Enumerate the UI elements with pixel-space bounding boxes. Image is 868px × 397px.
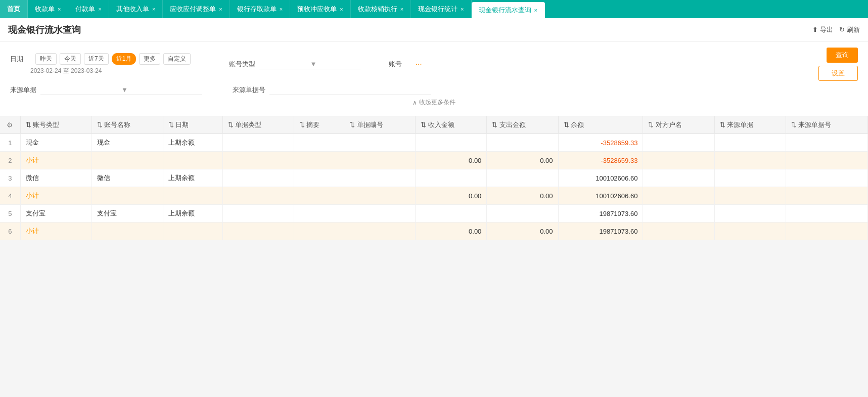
- filter-row-2: 来源单据 ▼ 来源单据号: [10, 85, 858, 95]
- data-table: ⚙ ⇅ 账号类型 ⇅ 账号名称 ⇅ 日期 ⇅ 单据类型 ⇅ 摘要: [0, 116, 868, 240]
- cell-source-doc-no: [786, 169, 867, 187]
- cell-income: [416, 134, 487, 152]
- settings-button[interactable]: 设置: [818, 66, 858, 81]
- nav-ar-ap-adjust[interactable]: 应收应付调整单 ×: [163, 0, 230, 18]
- close-other-income-icon[interactable]: ×: [152, 6, 155, 12]
- cell-index: 5: [0, 205, 20, 223]
- col-balance[interactable]: ⇅ 余额: [558, 116, 643, 134]
- export-button[interactable]: ⬆ 导出: [812, 25, 833, 34]
- nav-write-off[interactable]: 收款核销执行 ×: [351, 0, 411, 18]
- cell-expense: 0.00: [487, 152, 558, 169]
- close-bank-icon[interactable]: ×: [280, 6, 283, 12]
- source-doc-no-filter: 来源单据号: [233, 85, 431, 95]
- cell-income: 0.00: [416, 152, 487, 169]
- table-row: 6 小计 0.00 0.00 19871073.60: [0, 223, 868, 240]
- col-doc-no[interactable]: ⇅ 单据编号: [344, 116, 415, 134]
- cell-summary: [294, 205, 344, 223]
- col-gear[interactable]: ⚙: [0, 116, 20, 134]
- col-account-type[interactable]: ⇅ 账号类型: [20, 116, 92, 134]
- cell-summary: [294, 187, 344, 205]
- col-account-name[interactable]: ⇅ 账号名称: [92, 116, 163, 134]
- date-btn-today[interactable]: 今天: [60, 53, 81, 65]
- cell-source-doc: [714, 152, 786, 169]
- refresh-button[interactable]: ↻ 刷新: [839, 25, 860, 34]
- cell-account-name: 微信: [92, 169, 163, 187]
- close-receipt-icon[interactable]: ×: [58, 6, 61, 12]
- nav-other-income[interactable]: 其他收入单 ×: [109, 0, 163, 18]
- nav-home[interactable]: 首页: [0, 0, 28, 18]
- cell-source-doc: [714, 187, 786, 205]
- col-income[interactable]: ⇅ 收入金额: [416, 116, 487, 134]
- cell-income: [416, 169, 487, 187]
- cell-account-type: 小计: [20, 152, 92, 169]
- col-source-doc-no[interactable]: ⇅ 来源单据号: [786, 116, 867, 134]
- query-button[interactable]: 查询: [827, 48, 858, 63]
- close-cashflow-icon[interactable]: ×: [534, 7, 537, 13]
- cell-account-name: [92, 187, 163, 205]
- gear-icon[interactable]: ⚙: [7, 121, 13, 129]
- cell-expense: 0.00: [487, 187, 558, 205]
- nav-payment[interactable]: 付款单 ×: [68, 0, 109, 18]
- collapse-bar[interactable]: ∧ 收起更多条件: [10, 95, 858, 110]
- collapse-label: 收起更多条件: [419, 98, 455, 107]
- account-dots-icon[interactable]: ···: [415, 60, 422, 69]
- close-writeoff-icon[interactable]: ×: [400, 6, 403, 12]
- nav-cash-flow[interactable]: 现金银行流水查询 ×: [472, 2, 545, 18]
- top-nav: 首页 收款单 × 付款单 × 其他收入单 × 应收应付调整单 × 银行存取款单 …: [0, 0, 868, 18]
- col-account-type-label: ⇅ 账号类型: [26, 121, 60, 128]
- account-label: 账号: [389, 60, 409, 69]
- cell-expense: [487, 169, 558, 187]
- cell-date: [163, 223, 222, 240]
- cell-income: 0.00: [416, 223, 487, 240]
- col-date[interactable]: ⇅ 日期: [163, 116, 222, 134]
- cell-income: [416, 205, 487, 223]
- table-body: 1 现金 现金 上期余额 -3528659.33 2 小计 0.00 0.00 …: [0, 134, 868, 240]
- col-doc-type[interactable]: ⇅ 单据类型: [222, 116, 294, 134]
- col-expense[interactable]: ⇅ 支出金额: [487, 116, 558, 134]
- cell-date: 上期余额: [163, 169, 222, 187]
- cell-doc-type: [222, 152, 294, 169]
- col-doc-no-label: ⇅ 单据编号: [349, 121, 383, 128]
- date-btn-1month[interactable]: 近1月: [112, 53, 136, 65]
- cell-index: 4: [0, 187, 20, 205]
- cell-account-type: 支付宝: [20, 205, 92, 223]
- cell-balance: 100102606.60: [558, 169, 643, 187]
- close-prepay-icon[interactable]: ×: [340, 6, 343, 12]
- close-cashstat-icon[interactable]: ×: [461, 6, 464, 12]
- date-btn-yesterday[interactable]: 昨天: [35, 53, 57, 65]
- close-payment-icon[interactable]: ×: [98, 6, 101, 12]
- source-doc-no-label: 来源单据号: [233, 85, 265, 95]
- cell-source-doc-no: [786, 223, 867, 240]
- cell-index: 6: [0, 223, 20, 240]
- cell-account-name: [92, 152, 163, 169]
- nav-prepay-offset[interactable]: 预收冲应收单 ×: [290, 0, 350, 18]
- col-summary[interactable]: ⇅ 摘要: [294, 116, 344, 134]
- table-row: 2 小计 0.00 0.00 -3528659.33: [0, 152, 868, 169]
- col-source-doc[interactable]: ⇅ 来源单据: [714, 116, 786, 134]
- account-type-arrow-icon: ▼: [310, 60, 357, 68]
- cell-summary: [294, 152, 344, 169]
- source-doc-no-input[interactable]: [269, 85, 431, 95]
- cell-counterparty: [643, 223, 714, 240]
- date-btn-7days[interactable]: 近7天: [84, 53, 109, 65]
- col-income-label: ⇅ 收入金额: [421, 121, 454, 128]
- source-doc-select[interactable]: ▼: [40, 85, 202, 95]
- col-counterparty[interactable]: ⇅ 对方户名: [643, 116, 714, 134]
- account-type-select[interactable]: ▼: [259, 59, 360, 69]
- cell-summary: [294, 223, 344, 240]
- cell-doc-no: [344, 223, 415, 240]
- cell-account-type: 小计: [20, 187, 92, 205]
- cell-expense: [487, 134, 558, 152]
- nav-cash-stat[interactable]: 现金银行统计 ×: [411, 0, 471, 18]
- close-ar-ap-icon[interactable]: ×: [219, 6, 222, 12]
- nav-bank-deposit[interactable]: 银行存取款单 ×: [230, 0, 290, 18]
- cell-counterparty: [643, 187, 714, 205]
- cell-summary: [294, 169, 344, 187]
- date-btn-custom[interactable]: 自定义: [163, 53, 191, 65]
- filter-area: 日期 昨天 今天 近7天 近1月 更多 自定义 2023-02-24 至 202…: [0, 41, 868, 116]
- col-expense-label: ⇅ 支出金额: [492, 121, 526, 128]
- date-btn-more[interactable]: 更多: [139, 53, 160, 65]
- nav-receipt[interactable]: 收款单 ×: [28, 0, 68, 18]
- cell-date: [163, 187, 222, 205]
- col-date-label: ⇅ 日期: [168, 121, 189, 128]
